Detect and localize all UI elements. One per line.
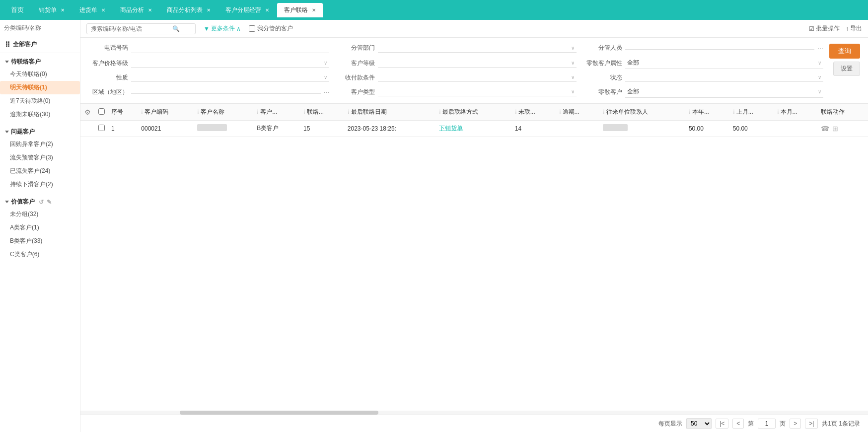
chevron-down-icon9: ∨ — [818, 89, 821, 94]
collapse-triangle-icon3 — [5, 201, 9, 203]
filter-dept-select[interactable]: ∨ — [378, 44, 576, 53]
sidebar-section-problem: 问题客户 回购异常客户(2) 流失预警客户(3) 已流失客户(24) 持续下滑客… — [0, 123, 80, 193]
search-input[interactable] — [91, 25, 170, 32]
pending-contact-title[interactable]: 待联络客户 — [0, 55, 80, 68]
nav-home[interactable]: 首页 — [4, 2, 31, 17]
sidebar-item-7days[interactable]: 近7天待联络(0) — [0, 94, 80, 108]
phone-action-icon[interactable]: ☎ — [821, 125, 829, 133]
chevron-down-icon3: ∨ — [571, 60, 575, 66]
sidebar-all-customers[interactable]: ⠿ 全部客户 — [0, 36, 80, 53]
row-checkbox[interactable] — [98, 125, 105, 131]
filter-price-level-select[interactable]: ∨ — [131, 59, 329, 68]
sidebar-item-ungrouped[interactable]: 未分组(32) — [0, 208, 80, 221]
filter-retail-customer-label: 零散客户 — [582, 88, 622, 96]
filter-payment-terms-label: 收付款条件 — [335, 73, 375, 82]
last-page-button[interactable]: >| — [805, 419, 818, 429]
export-icon: ↑ — [846, 25, 849, 32]
my-customers-check-input[interactable] — [249, 25, 255, 32]
filter-price-level-label: 客户价格等级 — [88, 59, 128, 68]
filter-nature-select[interactable]: ∨ — [131, 73, 329, 82]
sidebar-item-class-c[interactable]: C类客户(6) — [0, 248, 80, 261]
first-page-button[interactable]: |< — [716, 419, 728, 429]
last-contact-method-link[interactable]: 下销货单 — [439, 125, 463, 132]
my-customers-checkbox[interactable]: 我分管的客户 — [249, 24, 293, 33]
select-all-checkbox[interactable] — [98, 108, 105, 115]
sidebar-search-bar: 🔍 « — [0, 20, 80, 36]
edit-value-icon[interactable]: ✎ — [47, 199, 52, 206]
filter-nature: 性质 ∨ — [88, 73, 329, 82]
nav-sales-order[interactable]: 销货单 ✕ — [32, 3, 72, 17]
more-action-icon[interactable]: ⊞ — [832, 125, 838, 133]
filter-region-dots[interactable]: ··· — [324, 88, 330, 96]
prev-page-button[interactable]: < — [732, 419, 744, 429]
sidebar-item-declining[interactable]: 持续下滑客户(2) — [0, 178, 80, 191]
sidebar-item-repurchase-abnormal[interactable]: 回购异常客户(2) — [0, 138, 80, 151]
filter-manager: 分管人员 ··· — [582, 44, 823, 52]
row-contact-cell: 15 — [300, 121, 345, 137]
filter-phone-input[interactable] — [131, 43, 329, 53]
sidebar-item-today[interactable]: 今天待联络(0) — [0, 68, 80, 81]
collapse-triangle-icon2 — [5, 131, 9, 133]
settings-gear-icon[interactable]: ⚙ — [84, 108, 91, 116]
chevron-down-icon4: ∨ — [818, 60, 821, 66]
filter-retail-attr-select[interactable]: 全部 ∨ — [625, 57, 823, 69]
filter-manager-dots[interactable]: ··· — [817, 44, 823, 52]
close-customer-contact-icon[interactable]: ✕ — [312, 7, 316, 13]
problem-customer-title[interactable]: 问题客户 — [0, 125, 80, 138]
nav-product-analysis[interactable]: 商品分析 ✕ — [113, 3, 159, 17]
sidebar-item-class-a[interactable]: A类客户(1) — [0, 221, 80, 234]
chevron-down-icon2: ∨ — [324, 60, 327, 66]
table-header-row: ⚙ 序号 ⁞客户编码 ⁞客户名称 ⁞客户... — [80, 104, 868, 121]
filter-retail-customer-select[interactable]: 全部 ∨ — [625, 86, 823, 98]
filter-status-select[interactable]: ∨ — [625, 73, 823, 82]
sidebar-item-tomorrow[interactable]: 明天待联络(1) — [0, 81, 80, 94]
filter-customer-type-select[interactable]: ∨ — [378, 87, 576, 96]
export-button[interactable]: ↑ 导出 — [846, 24, 862, 33]
checkbox-icon: ☑ — [809, 25, 814, 32]
value-customer-title[interactable]: 价值客户 ↺ ✎ — [0, 195, 80, 208]
grid-dots-icon: ⠿ — [5, 41, 10, 49]
col-code-header: ⁞客户编码 — [138, 104, 194, 121]
filter-status: 状态 ∨ — [582, 73, 823, 82]
page-suffix: 页 — [780, 420, 786, 428]
refresh-icon[interactable]: ↺ — [39, 199, 44, 206]
col-no-header: 序号 — [108, 104, 138, 121]
row-this-year-cell: 50.00 — [686, 121, 730, 137]
filter-price-level: 客户价格等级 ∨ — [88, 59, 329, 68]
horizontal-scrollbar[interactable] — [80, 411, 868, 415]
filter-region: 区域（地区） ··· — [88, 88, 329, 96]
sidebar-item-churn-warning[interactable]: 流失预警客户(3) — [0, 151, 80, 164]
close-product-analysis-icon[interactable]: ✕ — [148, 7, 152, 13]
sidebar-search-input[interactable] — [4, 24, 78, 31]
col-last-month-header: ⁞上月... — [730, 104, 774, 121]
sidebar-item-churned[interactable]: 已流失客户(24) — [0, 164, 80, 178]
query-button[interactable]: 查询 — [829, 44, 860, 59]
next-page-button[interactable]: > — [790, 419, 801, 429]
scrollbar-thumb[interactable] — [180, 411, 378, 415]
filter-phone-label: 电话号码 — [88, 44, 128, 52]
row-overdue-cell — [556, 121, 600, 137]
nav-customer-tier[interactable]: 客户分层经营 ✕ — [218, 3, 276, 17]
per-page-select[interactable]: 50 100 200 — [686, 418, 712, 429]
nav-customer-contact[interactable]: 客户联络 ✕ — [277, 3, 323, 17]
search-icon[interactable]: 🔍 — [172, 25, 180, 32]
nav-purchase-order[interactable]: 进货单 ✕ — [72, 3, 112, 17]
close-customer-tier-icon[interactable]: ✕ — [265, 7, 269, 13]
sidebar-item-class-b[interactable]: B类客户(33) — [0, 234, 80, 248]
filter-payment-terms-select[interactable]: ∨ — [378, 73, 576, 82]
setting-button[interactable]: 设置 — [833, 62, 860, 76]
sidebar-item-overdue[interactable]: 逾期未联络(30) — [0, 108, 80, 121]
page-number-input[interactable] — [758, 419, 776, 429]
nav-product-analysis-list[interactable]: 商品分析列表 ✕ — [160, 3, 217, 17]
row-contact-person-cell — [600, 121, 686, 137]
close-purchase-order-icon[interactable]: ✕ — [101, 7, 105, 13]
batch-ops-button[interactable]: ☑ 批量操作 — [809, 24, 840, 33]
close-sales-order-icon[interactable]: ✕ — [61, 7, 65, 13]
col-action-header: 联络动作 — [818, 104, 868, 121]
filter-retail-customer: 零散客户 全部 ∨ — [582, 86, 823, 98]
close-product-analysis-list-icon[interactable]: ✕ — [207, 7, 211, 13]
more-filter-button[interactable]: ▼ 更多条件 ∧ — [200, 23, 245, 34]
filter-dept-label: 分管部门 — [335, 44, 375, 52]
filter-payment-terms: 收付款条件 ∨ — [335, 73, 576, 82]
filter-customer-level-select[interactable]: ∨ — [378, 59, 576, 68]
